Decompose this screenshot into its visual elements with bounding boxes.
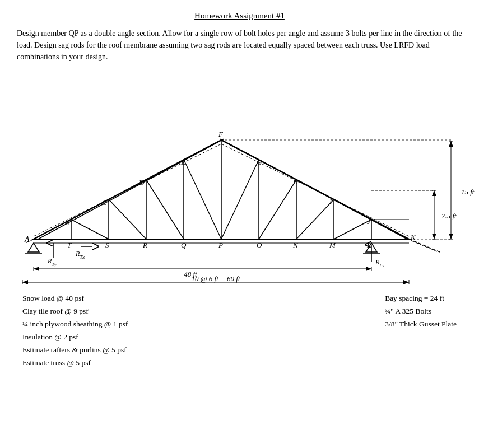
svg-line-36 xyxy=(334,199,371,220)
svg-line-12 xyxy=(71,220,109,239)
label-T: T xyxy=(67,241,72,249)
load-insulation: Insulation @ 2 psf xyxy=(22,331,128,344)
label-G: G xyxy=(257,158,262,166)
bottom-info: Snow load @ 40 psf Clay tile roof @ 9 ps… xyxy=(17,292,462,370)
label-F: F xyxy=(218,130,224,138)
label-N: N xyxy=(292,241,299,249)
label-RLy: RLy xyxy=(375,258,384,268)
svg-line-35 xyxy=(334,220,371,239)
svg-marker-50 xyxy=(366,267,371,271)
label-K: K xyxy=(410,233,416,241)
svg-line-29 xyxy=(259,180,296,239)
svg-line-24 xyxy=(184,140,221,160)
label-A: A xyxy=(24,235,30,244)
page-title: Homework Assignment #1 xyxy=(17,11,462,21)
diagram-area: A B C D E F G H I J K L M N O P Q R S xyxy=(17,74,462,287)
label-P: P xyxy=(218,241,223,249)
label-B: B xyxy=(64,218,69,227)
svg-line-37 xyxy=(371,220,409,239)
svg-marker-54 xyxy=(22,280,28,284)
svg-marker-49 xyxy=(34,267,39,271)
label-I: I xyxy=(329,197,332,206)
label-Q: Q xyxy=(181,241,187,249)
bay-spacing: Bay spacing = 24 ft xyxy=(385,292,457,305)
load-plywood: ¼ inch plywood sheathing @ 1 psf xyxy=(22,318,128,331)
svg-line-18 xyxy=(146,180,184,239)
svg-line-30 xyxy=(259,160,296,180)
dim-75ft: 7.5 ft xyxy=(441,212,457,220)
label-H: H xyxy=(292,178,299,186)
svg-line-21 xyxy=(184,160,221,239)
label-RTx: RTx xyxy=(75,250,85,260)
loads-right: Bay spacing = 24 ft ¾" A 325 Bolts 3/8" … xyxy=(385,292,457,370)
svg-marker-65 xyxy=(432,234,436,239)
load-truss: Estimate truss @ 5 psf xyxy=(22,357,128,370)
svg-line-22 xyxy=(146,160,184,180)
load-rafters: Estimate rafters & purlins @ 5 psf xyxy=(22,344,128,357)
label-E: E xyxy=(180,158,185,166)
load-clay: Clay tile roof @ 9 psf xyxy=(22,305,128,318)
label-RTy: RTy xyxy=(47,257,57,267)
svg-line-15 xyxy=(109,199,146,239)
svg-line-32 xyxy=(296,199,334,239)
svg-marker-55 xyxy=(403,280,409,284)
label-C: C xyxy=(102,198,107,207)
svg-marker-59 xyxy=(449,141,453,147)
bolts: ¾" A 325 Bolts xyxy=(385,305,457,318)
svg-line-26 xyxy=(221,160,259,239)
load-snow: Snow load @ 40 psf xyxy=(22,292,128,305)
svg-marker-64 xyxy=(432,190,436,196)
label-S: S xyxy=(105,241,109,249)
description: Design member QP as a double angle secti… xyxy=(17,27,462,63)
loads-left: Snow load @ 40 psf Clay tile roof @ 9 ps… xyxy=(22,292,128,370)
support-left xyxy=(28,243,39,252)
label-R: R xyxy=(142,241,147,249)
label-O: O xyxy=(257,241,262,249)
svg-line-33 xyxy=(296,180,334,199)
label-D: D xyxy=(138,178,145,186)
svg-line-9 xyxy=(34,144,221,236)
svg-marker-60 xyxy=(449,234,453,239)
label-M: M xyxy=(329,241,336,249)
dim-15ft: 15 ft xyxy=(461,188,475,196)
gusset: 3/8" Thick Gusset Plate xyxy=(385,318,457,331)
svg-line-27 xyxy=(221,140,259,160)
dim-60ft: 10 @ 6 ft = 60 ft xyxy=(191,274,240,283)
